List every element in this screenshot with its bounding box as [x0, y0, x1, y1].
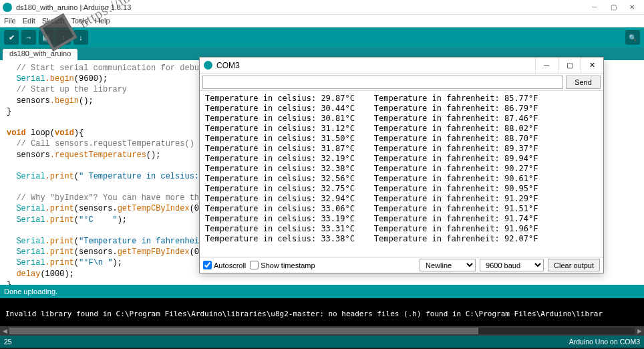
verify-button[interactable]: ✔: [4, 30, 19, 45]
timestamp-checkbox[interactable]: Show timestamp: [250, 261, 315, 269]
send-button[interactable]: Send: [566, 76, 601, 89]
serial-input[interactable]: [202, 76, 563, 89]
status-strip: Done uploading.: [0, 285, 644, 298]
console-line: Invalid library found in C:\Program File…: [5, 310, 603, 318]
menu-bar: File Edit Sketch Tools Help: [0, 15, 644, 27]
serial-monitor-window: COM3 ─ ▢ ✕ Send Temperature in celsius: …: [199, 57, 604, 273]
open-button[interactable]: ↑: [56, 30, 71, 45]
board-port: Arduino Uno on COM3: [569, 338, 640, 346]
menu-help[interactable]: Help: [95, 17, 110, 25]
sketch-tab[interactable]: ds180_with_aruino: [3, 49, 77, 60]
close-button[interactable]: ✕: [623, 1, 641, 14]
scroll-right-icon[interactable]: ▶: [635, 326, 644, 336]
window-title: ds180_with_aruino | Arduino 1.8.13: [16, 3, 585, 11]
serial-minimize-button[interactable]: ─: [535, 57, 558, 73]
serial-maximize-button[interactable]: ▢: [558, 57, 581, 73]
menu-edit[interactable]: Edit: [23, 17, 35, 25]
console-scrollbar[interactable]: ◀ ▶: [0, 326, 644, 336]
menu-file[interactable]: File: [4, 17, 16, 25]
clear-output-button[interactable]: Clear output: [548, 259, 600, 271]
menu-tools[interactable]: Tools: [71, 17, 88, 25]
main-titlebar: ds180_with_aruino | Arduino 1.8.13 ─ ▢ ✕: [0, 0, 644, 15]
serial-titlebar[interactable]: COM3 ─ ▢ ✕: [200, 57, 603, 74]
line-ending-select[interactable]: Newline: [420, 259, 476, 271]
arduino-icon: [204, 61, 212, 70]
menu-sketch[interactable]: Sketch: [42, 17, 65, 25]
console-output: Invalid library found in C:\Program File…: [0, 298, 644, 326]
line-number: 25: [4, 338, 569, 346]
scroll-left-icon[interactable]: ◀: [0, 326, 9, 336]
footer-bar: 25 Arduino Uno on COM3: [0, 336, 644, 348]
arduino-icon: [3, 3, 12, 12]
baud-select[interactable]: 9600 baud: [480, 259, 544, 271]
autoscroll-checkbox[interactable]: Autoscroll: [203, 261, 246, 269]
scrollbar-thumb[interactable]: [9, 328, 478, 334]
serial-output[interactable]: Temperature in celsius: 29.87°C Temperat…: [200, 91, 603, 257]
serial-monitor-button[interactable]: 🔍: [625, 30, 640, 45]
serial-close-button[interactable]: ✕: [581, 57, 603, 73]
new-button[interactable]: ▤: [39, 30, 53, 45]
status-text: Done uploading.: [4, 287, 57, 296]
toolbar: ✔ → ▤ ↑ ↓ 🔍: [0, 27, 644, 47]
minimize-button[interactable]: ─: [585, 1, 604, 14]
serial-title: COM3: [216, 61, 535, 70]
maximize-button[interactable]: ▢: [604, 1, 623, 14]
save-button[interactable]: ↓: [73, 30, 88, 45]
upload-button[interactable]: →: [21, 30, 36, 45]
